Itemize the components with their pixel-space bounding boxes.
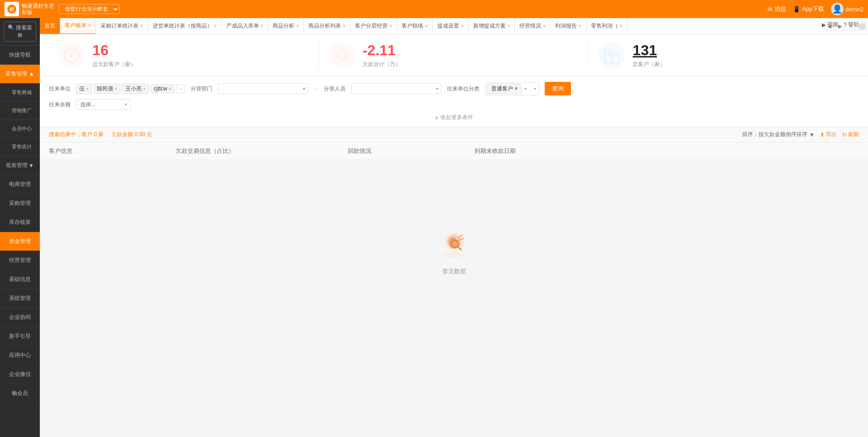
dept-input[interactable] (218, 83, 308, 94)
tab-customer-accounts[interactable]: 客户账本 × (60, 18, 96, 34)
unit-class-select[interactable]: 普通客户 × ▼ (485, 82, 539, 95)
sidebar-item-vip-member[interactable]: 畅会员 (0, 384, 40, 403)
tab-business-status[interactable]: 经营情况 × (515, 18, 551, 34)
search-result-actions: 排序：按欠款金额倒序排序 ▼ ⬆ 导出 ↻ 刷新 (742, 131, 859, 138)
tab-product-inbound[interactable]: 产成品入库单 × (222, 18, 269, 34)
tab-new-promotion-plan[interactable]: 新增提成方案 × (469, 18, 515, 34)
tag-close-cjttcw[interactable]: × (169, 86, 172, 91)
sidebar-item-retail-mgmt[interactable]: 零售管理 ▲ (0, 65, 40, 84)
tab-close-promotion-settings[interactable]: × (461, 24, 464, 28)
sidebar-item-app-center[interactable]: 应用中心 (0, 346, 40, 365)
svg-rect-7 (613, 52, 619, 63)
sidebar-item-basic-info[interactable]: 基础信息 (0, 270, 40, 289)
tab-purchase-order-stats[interactable]: 采购订单统计表 × (96, 18, 148, 34)
phone-icon: 📱 (793, 6, 800, 13)
tab-promotion-settings[interactable]: 提成设置 × (433, 18, 469, 34)
col-header-repayment: 回款情况 (348, 147, 475, 155)
message-icon: ✉ (767, 6, 772, 13)
sidebar-item-enterprise-collab[interactable]: 企业协同 (0, 308, 40, 327)
tag-close-unit-class[interactable]: × (514, 86, 518, 92)
sidebar-item-quick-nav[interactable]: 快捷导航 (0, 46, 40, 65)
unit-tag-wu: 伍 × (76, 84, 92, 94)
tab-close-customer-accounts[interactable]: × (88, 23, 91, 28)
tab-retail-profit[interactable]: 零售利润（ × (586, 18, 628, 34)
unit-tag-chen: 陈民强 × (94, 84, 120, 94)
tab-close-business-status[interactable]: × (543, 24, 546, 28)
tab-product-analysis[interactable]: 商品分析 × (268, 18, 304, 34)
tab-close-new-promotion-plan[interactable]: × (508, 24, 510, 28)
tab-bar: 首页 客户账本 × 采购订单统计表 × 进货单统计表（按商品） × 产成品入库单… (40, 18, 868, 34)
sidebar: 🔍 搜索菜单 快捷导航 零售管理 ▲ 零售商城 营销推广 会员中心 零售统计 (0, 18, 40, 437)
tab-close-profit-report[interactable]: × (579, 24, 581, 28)
tab-product-analysis-list[interactable]: 商品分析列表 × (304, 18, 350, 34)
tab-close-product-analysis[interactable]: × (296, 24, 299, 28)
sidebar-item-inventory-check[interactable]: 库存核算 (0, 213, 40, 232)
stat-icon-total-customers (598, 42, 625, 69)
debt-customers-label: 总欠款客户（家） (92, 61, 136, 68)
balance-select[interactable]: 选择... (76, 99, 130, 110)
stat-card-debt-customers: ¥ 16 总欠款客户（家） (49, 42, 319, 69)
collapse-btn[interactable]: ∧ 收起更多条件 (435, 114, 473, 121)
empty-text: 暂无数据 (442, 267, 466, 276)
export-btn[interactable]: ⬆ 导出 (820, 131, 837, 138)
sidebar-item-marketing[interactable]: 营销推广 (0, 102, 40, 120)
empty-icon (436, 226, 472, 262)
sort-select[interactable]: 排序：按欠款金额倒序排序 ▼ (742, 131, 815, 138)
collapse-icon: ∧ (435, 114, 439, 121)
search-menu-btn[interactable]: 🔍 搜索菜单 (4, 22, 36, 42)
sidebar-item-purchase-mgmt[interactable]: 采购管理 (0, 194, 40, 213)
sidebar-item-finance-mgmt[interactable]: 资金管理 (0, 232, 40, 251)
tab-profit-report[interactable]: 利润报告 × (551, 18, 586, 34)
top-bar-right: ✉ 消息 📱 App下载 👤 demo2 (767, 3, 863, 15)
sidebar-item-ops-mgmt[interactable]: 经营管理 (0, 251, 40, 270)
sidebar-item-retail-stats[interactable]: 零售统计 (0, 138, 40, 156)
filter-more-tags[interactable]: ··· (176, 84, 185, 93)
tag-close-wu[interactable]: × (86, 86, 89, 91)
user-avatar-btn[interactable]: 👤 demo2 (831, 3, 863, 15)
filter-area: 往来单位 伍 × 陈民强 × 王小亮 (40, 76, 868, 127)
sidebar-item-ecommerce[interactable]: 电商管理 (0, 175, 40, 194)
col-header-debt-info: 欠款交易信息（占比） (176, 147, 348, 155)
tag-close-wang[interactable]: × (143, 86, 146, 91)
sidebar-item-wholesale-mgmt[interactable]: 批发管理 ▼ (0, 156, 40, 175)
tab-customer-segment[interactable]: 客户分层经营 × (350, 18, 397, 34)
tab-close-customer-contact[interactable]: × (425, 24, 428, 28)
message-btn[interactable]: ✉ 消息 (767, 5, 786, 13)
unit-class-wrap: 普通客户 × ▼ (485, 82, 539, 95)
person-input[interactable] (351, 83, 441, 94)
tab-stock-stats-product[interactable]: 进货单统计表（按商品） × (148, 18, 222, 34)
tab-close-purchase-order-stats[interactable]: × (140, 24, 143, 28)
balance-select-wrap: 选择... (76, 99, 130, 110)
tab-close-retail-profit[interactable]: × (620, 24, 623, 28)
sidebar-item-retail-mall[interactable]: 零售商城 (0, 84, 40, 102)
filter-row-2: 往来余额 选择... (49, 99, 859, 110)
sidebar-item-new-guide[interactable]: 新手引导 (0, 327, 40, 346)
query-button[interactable]: 查询 (545, 82, 571, 95)
empty-state: 暂无数据 (436, 199, 472, 303)
tab-close-product-analysis-list[interactable]: × (343, 24, 345, 28)
tab-close-customer-segment[interactable]: × (389, 24, 392, 28)
main-layout: 🔍 搜索菜单 快捷导航 零售管理 ▲ 零售商城 营销推广 会员中心 零售统计 (0, 18, 868, 437)
svg-rect-12 (614, 54, 615, 56)
stat-card-debt-amount: -2.11 欠款合计（万） (319, 42, 590, 69)
industry-select[interactable]: 母婴行业演示帐套 (59, 4, 120, 14)
sidebar-item-enterprise-wechat[interactable]: 企业微信 (0, 365, 40, 384)
tab-home[interactable]: 首页 (40, 18, 60, 34)
no-data-svg (436, 226, 472, 262)
tag-close-chen[interactable]: × (115, 86, 117, 91)
tab-customer-contact[interactable]: 客户联络 × (397, 18, 433, 34)
diamond-icon (334, 47, 350, 63)
dept-more-btn[interactable]: ··· (314, 86, 318, 92)
refresh-btn[interactable]: ↻ 刷新 (842, 131, 859, 138)
sidebar-item-member-center[interactable]: 会员中心 (0, 120, 40, 138)
app-download-btn[interactable]: 📱 App下载 (793, 5, 824, 13)
table-body: 暂无数据 (40, 160, 868, 341)
debt-amount-number: -2.11 (363, 42, 401, 59)
unit-class-label: 往来单位分类 (447, 85, 480, 93)
search-result-info: 搜索结果中，客户 0 家 欠款金额 0.00 元 (49, 131, 152, 138)
table-header: 客户信息 欠款交易信息（占比） 回款情况 到期未收款日期 (40, 142, 868, 160)
app-container: 好 畅捷通好生意 标版 母婴行业演示帐套 ✉ 消息 📱 App下载 👤 (0, 0, 868, 437)
sidebar-item-system-mgmt[interactable]: 系统管理 (0, 289, 40, 308)
tab-close-stock-stats-product[interactable]: × (214, 24, 217, 28)
tab-close-product-inbound[interactable]: × (261, 24, 264, 28)
